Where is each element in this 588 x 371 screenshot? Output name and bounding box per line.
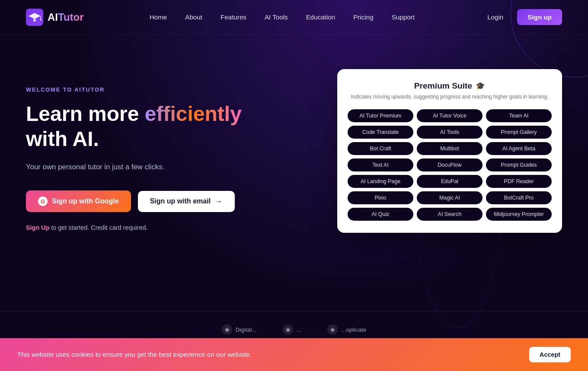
svg-rect-3	[40, 16, 41, 19]
feature-chip: AI Search	[417, 208, 483, 221]
feature-chip: Text AI	[348, 159, 413, 171]
grad-cap-icon: 🎓	[476, 82, 485, 91]
premium-card-title: Premium Suite 🎓	[348, 81, 552, 91]
feature-chip: Prompt Gallery	[486, 126, 552, 139]
footer-item-3: ◉ ...oplicate	[327, 324, 366, 335]
nav-support[interactable]: Support	[385, 10, 422, 24]
feature-chip: AI Tutor Voice	[417, 109, 483, 122]
cookie-accept-button[interactable]: Accept	[529, 347, 571, 362]
premium-suite-card: Premium Suite 🎓 Indicates moving upwards…	[337, 69, 562, 233]
hero-title-end: with AI.	[26, 127, 99, 150]
feature-chip: Prompt Guides	[486, 159, 552, 171]
hero-section: WELCOME TO AITUTOR Learn more efficientl…	[0, 35, 588, 311]
logo-text: AITutor	[48, 11, 84, 23]
premium-card-header: Premium Suite 🎓 Indicates moving upwards…	[348, 81, 552, 101]
feature-chip: AI Landing Page	[348, 175, 413, 188]
signup-note-link[interactable]: Sign Up	[26, 224, 49, 231]
hero-title-highlight: efficiently	[145, 102, 242, 125]
logo-icon	[26, 9, 43, 26]
login-button[interactable]: Login	[480, 10, 510, 24]
signup-note: Sign Up to get started. Credit card requ…	[26, 224, 251, 231]
nav-education[interactable]: Education	[299, 10, 342, 24]
feature-chip: PDF Reader	[486, 175, 552, 188]
feature-chip: Bot Craft	[348, 142, 413, 155]
cta-buttons: G Sign up with Google Sign up with email…	[26, 190, 251, 212]
footer-icon-1: ◉	[222, 324, 232, 335]
features-grid: AI Tutor PremiumAI Tutor VoiceTeam AICod…	[348, 109, 552, 221]
premium-card-subtitle: Indicates moving upwards, suggesting pro…	[348, 93, 552, 101]
feature-chip: Magic AI	[417, 191, 483, 204]
cookie-message: This website uses cookies to ensure you …	[17, 350, 521, 360]
feature-chip: AI Agent Beta	[486, 142, 552, 155]
signup-nav-button[interactable]: Sign up	[517, 9, 562, 25]
feature-chip: Midjourney Prompter	[486, 208, 552, 221]
google-icon: G	[38, 197, 48, 206]
feature-chip: AI Tools	[417, 126, 483, 139]
logo-link[interactable]: AITutor	[26, 9, 84, 26]
feature-chip: Team AI	[486, 109, 552, 122]
hero-right: Premium Suite 🎓 Indicates moving upwards…	[337, 69, 562, 233]
nav-actions: Login Sign up	[480, 9, 562, 25]
signup-note-text: to get started. Credit card required.	[49, 224, 147, 231]
footer-icon-2: ◉	[283, 324, 293, 335]
nav-pricing[interactable]: Pricing	[346, 10, 380, 24]
arrow-right-icon: →	[215, 197, 223, 206]
feature-chip: Pixio	[348, 191, 413, 204]
signup-google-button[interactable]: G Sign up with Google	[26, 190, 131, 212]
svg-rect-2	[33, 19, 36, 22]
footer-item-1: ◉ Digital...	[222, 324, 257, 335]
signup-email-button[interactable]: Sign up with email →	[138, 191, 235, 212]
hero-left: WELCOME TO AITUTOR Learn more efficientl…	[26, 69, 251, 231]
hero-title: Learn more efficiently with AI.	[26, 101, 251, 151]
feature-chip: AI Quiz	[348, 208, 413, 221]
feature-chip: EduPal	[417, 175, 483, 188]
nav-links: Home About Features AI Tools Education P…	[143, 13, 422, 21]
feature-chip: DocuFlow	[417, 159, 483, 171]
hero-subtitle: Your own personal tutor in just a few cl…	[26, 162, 251, 173]
nav-home[interactable]: Home	[143, 10, 174, 24]
hero-title-start: Learn more	[26, 102, 145, 125]
navbar: AITutor Home About Features AI Tools Edu…	[0, 0, 588, 35]
feature-chip: AI Tutor Premium	[348, 109, 413, 122]
cookie-banner: This website uses cookies to ensure you …	[0, 338, 588, 371]
nav-about[interactable]: About	[178, 10, 209, 24]
feature-chip: BotCraft Pro	[486, 191, 552, 204]
nav-ai-tools[interactable]: AI Tools	[258, 10, 295, 24]
nav-features[interactable]: Features	[214, 10, 253, 24]
welcome-label: WELCOME TO AITUTOR	[26, 86, 251, 93]
footer-icon-3: ◉	[327, 324, 338, 335]
svg-point-4	[40, 19, 42, 21]
feature-chip: Multibot	[417, 142, 483, 155]
feature-chip: Code Translate	[348, 126, 413, 139]
footer-item-2: ◉ ...	[283, 324, 301, 335]
